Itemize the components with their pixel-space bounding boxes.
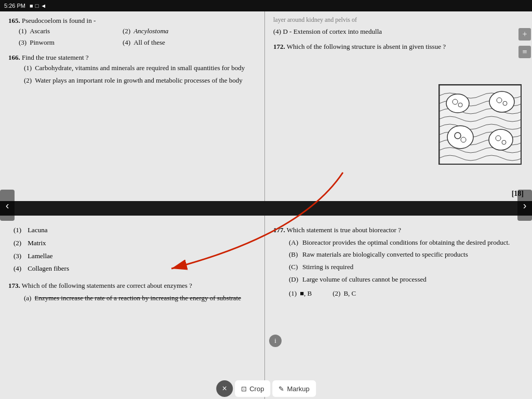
lower-opt1-num: (1) [14,225,21,236]
svg-point-9 [461,137,466,142]
svg-point-4 [489,91,514,112]
svg-point-11 [496,136,501,141]
q177-options: (A) Bioreactor provides the optimal cond… [289,237,524,299]
q165-opt2-text: Ancylostoma [134,26,168,37]
svg-point-8 [455,132,461,139]
q173-number: 173. [8,282,20,289]
q165-options: (1) Ascaris (2) Ancylostoma (3) Pinworm [19,26,256,49]
right-panel-plus-icon[interactable]: + [518,28,531,41]
lower-right-panel: 177. Which statement is true about biore… [265,216,532,399]
question-172: 172. Which of the following structure is… [273,42,524,52]
status-icons: ■ □ ◄ [30,3,46,9]
q172-number: 172. [273,43,285,50]
q165-opt1-num: (1) [19,26,26,37]
lower-opt-1-row: (1) Lacuna [14,225,256,236]
q166-opt-1-row: (1) Carbohydrate, vitamins and minerals … [24,63,256,74]
q165-number: 165. [8,17,20,24]
svg-point-2 [453,99,458,104]
lower-options-list: (1) Lacuna (2) Matrix (3) Lamellae (4) C… [14,225,256,274]
svg-point-6 [503,101,507,105]
info-button[interactable]: i [269,335,282,347]
q177-text: Which statement is true about bioreactor… [287,226,401,234]
section-divider [0,201,532,216]
crop-icon: ⊡ [241,385,247,393]
q165-opt4-num: (4) [123,37,130,48]
q165-opt3-text: Pinworm [30,37,55,48]
q177-number: 177. [273,226,285,234]
q173-opta-num: (a) [24,293,31,304]
tissue-svg [440,85,522,165]
upper-left-panel: 165. Pseudocoelom is found in - (1) Asca… [0,11,265,201]
upper-right-panel: layer around kidney and pelvis of (4) D … [265,11,532,201]
q177-ans1-num: (1) [289,288,297,299]
q165-option-row-1: (1) Ascaris (2) Ancylostoma [19,26,256,37]
lower-opt2-num: (2) [14,238,21,249]
bottom-toolbar: × ⊡ Crop ✎ Markup [216,380,316,399]
markup-icon: ✎ [278,385,284,393]
lower-opt-3-row: (3) Lamellae [14,251,256,262]
q177-ans1-text: ■, B [300,288,312,299]
q166-opt-2-row: (2) Water plays an important role in gro… [24,75,256,86]
crop-label: Crop [249,385,264,393]
lower-left-panel: (1) Lacuna (2) Matrix (3) Lamellae (4) C… [0,216,265,399]
q166-opt1-num: (1) [24,63,32,74]
markup-label: Markup [287,385,309,393]
crop-button[interactable]: ⊡ Crop [235,380,270,397]
q4-text: D - Extension of cortex into medulla [283,28,382,35]
status-icon-1: ■ [30,3,33,9]
q166-number: 166. [8,54,20,61]
lower-opt4-text: Collagen fibers [28,263,69,274]
status-icon-2: □ [35,3,39,9]
lower-opt-2-row: (2) Matrix [14,238,256,249]
q166-options: (1) Carbohydrate, vitamins and minerals … [24,63,256,87]
q177-optB-row: (B) Raw materials are biologically conve… [289,249,524,260]
svg-point-5 [497,98,502,103]
q177-ans-2: (2) B, C [332,288,356,299]
svg-point-12 [502,140,506,144]
nav-left-button[interactable]: ‹ [0,190,15,221]
q165-opt1-text: Ascaris [30,26,50,37]
q165-opt4-text: All of these [134,37,165,48]
q165-opt-3: (3) Pinworm [19,37,102,48]
lower-opt1-text: Lacuna [28,225,47,236]
svg-point-10 [489,129,513,150]
lower-opt-4-row: (4) Collagen fibers [14,263,256,274]
q165-opt-2: (2) Ancylostoma [123,26,206,37]
tissue-diagram [438,84,522,165]
q177-ans2-text: B, C [343,288,356,299]
lower-opt2-text: Matrix [28,238,46,249]
q173-options: (a) Enzymes increase the rate of a react… [24,293,256,304]
q166-opt2-text: Water plays an important role in growth … [35,75,243,86]
q177-optB-text: Raw materials are biologically converted… [302,249,468,260]
q166-text: Find the true statement ? [22,54,89,61]
q177-optA-row: (A) Bioreactor provides the optimal cond… [289,237,524,248]
q177-optC-text: Stirring is required [302,262,353,273]
q173-text: Which of the following statements are co… [22,282,192,289]
nav-left-icon: ‹ [6,200,9,211]
q177-ans2-num: (2) [332,288,340,299]
right-panel-grid-icon[interactable]: ≡ [518,46,531,58]
lower-section: (1) Lacuna (2) Matrix (3) Lamellae (4) C… [0,216,532,399]
q177-ans-1: (1) ■, B [289,288,312,299]
q177-optC-num: (C) [289,262,299,273]
svg-point-1 [446,94,469,113]
q4-num: (4) [273,28,281,35]
close-button[interactable]: × [216,380,233,397]
markup-button[interactable]: ✎ Markup [272,380,315,397]
q166-opt2-num: (2) [24,75,32,86]
q165-opt-4: (4) All of these [123,37,206,48]
q177-optD-row: (D) Large volume of cultures cannot be p… [289,274,524,285]
q4-partial: (4) D - Extension of cortex into medulla [273,26,524,37]
q177-answer-row: (1) ■, B (2) B, C [289,288,524,299]
q177-optD-text: Large volume of cultures cannot be proce… [302,274,427,285]
q172-text: Which of the following structure is abse… [287,43,446,50]
q165-text: Pseudocoelom is found in - [22,17,96,24]
q177-optD-num: (D) [289,274,299,285]
question-166: 166. Find the true statement ? (1) Carbo… [8,52,256,86]
question-177: 177. Which statement is true about biore… [273,225,524,299]
nav-right-button[interactable]: › [517,190,532,221]
lower-opt3-text: Lamellae [28,251,52,262]
q165-opt2-num: (2) [123,26,130,37]
q177-optA-text: Bioreactor provides the optimal conditio… [302,237,510,248]
q165-opt3-num: (3) [19,37,26,48]
